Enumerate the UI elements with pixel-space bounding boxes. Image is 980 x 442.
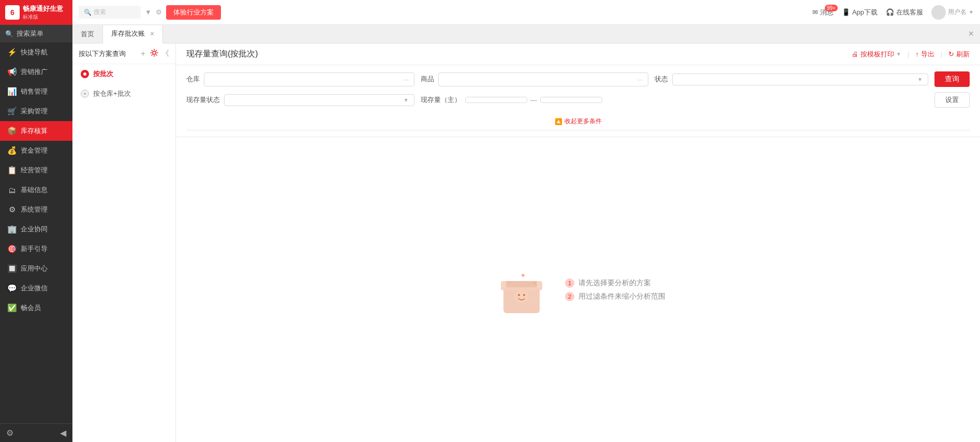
- sidebar-header: 6 畅康通好生意 标准版: [0, 0, 72, 25]
- product-filter: 商品 ···: [421, 72, 649, 86]
- filter-row-1: 仓库 ··· 商品 ···: [186, 71, 970, 87]
- newuser-icon: 🎯: [7, 244, 17, 254]
- settings-scheme-btn[interactable]: [150, 49, 158, 58]
- svg-text:✦: ✦: [532, 281, 537, 286]
- sidebar-logo: 6: [5, 5, 20, 20]
- collapse-bar[interactable]: 🔼 收起更多条件: [186, 113, 970, 130]
- refresh-btn[interactable]: ↻ 刷新: [948, 50, 970, 59]
- topbar-settings-icon[interactable]: ⚙: [156, 8, 162, 16]
- tabbar: 首页 库存批次账 × ×: [72, 25, 980, 43]
- warehouse-more-icon: ···: [403, 76, 409, 83]
- sidebar-item-newuser[interactable]: 🎯 新手引导: [0, 239, 72, 259]
- stock-status-filter: 现存量状态 ▼: [186, 94, 414, 106]
- sidebar-item-ops[interactable]: 📋 经营管理: [0, 160, 72, 180]
- sidebar-brand: 畅康通好生意 标准版: [23, 5, 63, 20]
- svg-point-11: [514, 290, 529, 303]
- sidebar-item-member[interactable]: ✅ 畅会员: [0, 298, 72, 318]
- finance-icon: 💰: [7, 146, 17, 155]
- service-icon: 🎧: [886, 8, 894, 16]
- online-service-btn[interactable]: 🎧 在线客服: [886, 8, 923, 17]
- sidebar-item-inventory[interactable]: 📦 库存核算: [0, 121, 72, 141]
- svg-point-2: [83, 72, 86, 76]
- stock-qty-to[interactable]: [540, 97, 602, 103]
- sidebar-item-sales[interactable]: 📊 销售管理: [0, 82, 72, 101]
- experience-btn[interactable]: 体验行业方案: [166, 5, 221, 20]
- purchase-icon: 🛒: [7, 107, 17, 116]
- sidebar-item-finance[interactable]: 💰 资金管理: [0, 141, 72, 160]
- empty-icon-area: ✦ ✦ ✦: [491, 259, 553, 321]
- sidebar-item-quick-nav[interactable]: ⚡ 快捷导航: [0, 42, 72, 62]
- product-more-icon: ···: [637, 76, 643, 83]
- range-dash: —: [530, 96, 537, 104]
- empty-state: ✦ ✦ ✦ 1 请先选择要分析的方案: [176, 137, 980, 442]
- page-header-actions: 🖨 按模板打印 ▼ | ↑ 导出 | ↻ 刷新: [852, 50, 970, 59]
- status-label: 状态: [655, 75, 668, 84]
- product-input[interactable]: ···: [438, 72, 649, 86]
- export-icon: ↑: [915, 50, 919, 58]
- svg-point-0: [153, 51, 156, 54]
- avatar: [931, 5, 946, 20]
- print-btn[interactable]: 🖨 按模板打印 ▼: [852, 50, 901, 59]
- sidebar-search[interactable]: 🔍 搜索菜单: [0, 25, 72, 42]
- batch-dot: [81, 70, 89, 78]
- svg-point-12: [518, 294, 520, 296]
- left-panel-icons: ＋ 《: [139, 49, 169, 58]
- topbar-dropdown-icon[interactable]: ▼: [145, 8, 152, 16]
- tab-batch-account[interactable]: 库存批次账 ×: [103, 25, 163, 43]
- scheme-by-batch[interactable]: 按批次: [72, 64, 175, 84]
- collapse-panel-btn[interactable]: 《: [161, 49, 169, 58]
- query-button[interactable]: 查询: [934, 71, 970, 87]
- sidebar-item-basic[interactable]: 🗂 基础信息: [0, 180, 72, 200]
- warehouse-batch-dot: [81, 90, 89, 98]
- topbar-search-box[interactable]: 🔍 搜索: [79, 6, 141, 19]
- divider1: |: [908, 50, 909, 58]
- member-icon: ✅: [7, 303, 17, 313]
- user-menu[interactable]: 用户名 ▼: [931, 5, 974, 20]
- stock-status-select[interactable]: ▼: [224, 94, 414, 106]
- user-dropdown-icon: ▼: [969, 9, 974, 15]
- stock-qty-from[interactable]: [465, 97, 527, 103]
- tab-close-button[interactable]: ×: [150, 30, 154, 38]
- messages-btn[interactable]: ✉ 消息 99+: [812, 8, 834, 17]
- sidebar-item-marketing[interactable]: 📢 营销推广: [0, 62, 72, 82]
- warehouse-input[interactable]: ···: [204, 72, 414, 86]
- settings-button[interactable]: 设置: [934, 92, 970, 108]
- sidebar-item-system[interactable]: ⚙ 系统管理: [0, 200, 72, 219]
- empty-tips: 1 请先选择要分析的方案 2 用过滤条件来缩小分析范围: [565, 278, 665, 301]
- status-chevron-icon: ▼: [917, 77, 923, 82]
- app-icon: 📱: [842, 8, 850, 16]
- add-scheme-btn[interactable]: ＋: [139, 49, 147, 58]
- sidebar-settings-button[interactable]: ⚙: [6, 428, 13, 438]
- quick-nav-icon: ⚡: [7, 48, 17, 57]
- page-close-button[interactable]: ×: [962, 28, 980, 39]
- sidebar-item-purchase[interactable]: 🛒 采购管理: [0, 101, 72, 121]
- filter-area: 仓库 ··· 商品 ···: [176, 65, 980, 137]
- empty-tip-1: 1 请先选择要分析的方案: [565, 278, 665, 288]
- warehouse-label: 仓库: [186, 75, 200, 84]
- enterprise-icon: 🏢: [7, 225, 17, 234]
- message-icon: ✉: [812, 8, 818, 16]
- sidebar-collapse-button[interactable]: ◀: [60, 428, 66, 438]
- print-dropdown-icon[interactable]: ▼: [896, 51, 901, 57]
- sidebar-item-enterprise[interactable]: 🏢 企业协同: [0, 219, 72, 239]
- filter-row-2: 现存量状态 ▼ 现存量（主） —: [186, 92, 970, 108]
- right-panel: 现存量查询(按批次) 🖨 按模板打印 ▼ | ↑ 导出 | ↻: [176, 43, 980, 442]
- status-select[interactable]: ▼: [672, 73, 928, 85]
- scheme-by-warehouse-batch[interactable]: 按仓库+批次: [72, 84, 175, 104]
- tab-home[interactable]: 首页: [72, 25, 103, 43]
- inventory-icon: 📦: [7, 126, 17, 136]
- tip-num-1: 1: [565, 278, 574, 288]
- svg-point-4: [83, 92, 86, 95]
- empty-tip-2: 2 用过滤条件来缩小分析范围: [565, 292, 665, 301]
- sidebar-nav: ⚡ 快捷导航 📢 营销推广 📊 销售管理 🛒 采购管理 📦 库存核算 💰 资金管…: [0, 42, 72, 423]
- app-download-btn[interactable]: 📱 App下载: [842, 8, 878, 17]
- status-filter: 状态 ▼: [655, 73, 928, 85]
- svg-point-13: [523, 294, 525, 296]
- system-icon: ⚙: [7, 205, 17, 214]
- warehouse-filter: 仓库 ···: [186, 72, 414, 86]
- topbar-search-icon: 🔍: [84, 9, 92, 16]
- export-btn[interactable]: ↑ 导出: [915, 50, 934, 59]
- sidebar-item-appstore[interactable]: 🔲 应用中心: [0, 259, 72, 278]
- sidebar-item-wechat[interactable]: 💬 企业微信: [0, 278, 72, 298]
- marketing-icon: 📢: [7, 67, 17, 77]
